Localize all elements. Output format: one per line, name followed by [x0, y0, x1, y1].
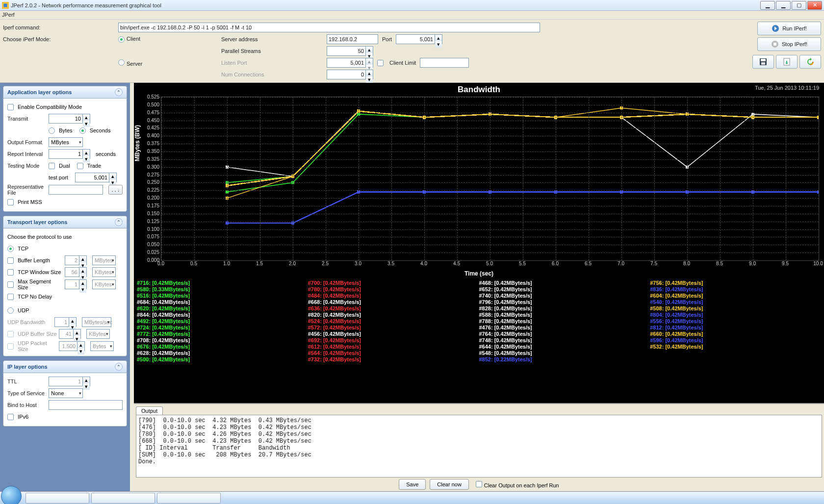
server-address-input[interactable]: 192.168.0.2: [327, 34, 378, 44]
clear-button[interactable]: Clear now: [430, 479, 469, 490]
collapse-transport-icon[interactable]: ⌃: [115, 218, 123, 226]
output-area: Output [790] 0.0-10.0 sec 4.32 MBytes 0.…: [134, 403, 824, 491]
output-tab[interactable]: Output: [136, 406, 163, 415]
listen-port-label: Listen Port: [221, 60, 327, 66]
radio-bytes[interactable]: [49, 127, 55, 134]
buflen-check[interactable]: [7, 257, 14, 264]
top-form: Iperf command: bin/iperf.exe -c 192.168.…: [0, 20, 824, 83]
parallel-label: Parallel Streams: [221, 48, 327, 54]
collapse-ip-icon[interactable]: ⌃: [115, 363, 123, 371]
window-title: JPerf 2.0.2 - Network performance measur…: [11, 2, 759, 8]
y-axis: 0.0000.0250.0500.0750.1000.1250.1500.175…: [139, 97, 159, 261]
ipv6-check[interactable]: [7, 414, 14, 420]
svg-rect-5: [761, 59, 766, 61]
listen-port-input: 5,001: [327, 58, 366, 68]
plot: [161, 97, 819, 261]
parallel-input[interactable]: 50: [327, 46, 366, 56]
tos-select[interactable]: None: [49, 388, 83, 398]
cmd-label: Iperf command:: [3, 25, 118, 30]
maxseg-check[interactable]: [7, 281, 14, 288]
chart-legend: #716: [0.42MBytes/s]#700: [0.42MBytes/s]…: [134, 279, 824, 403]
taskbar[interactable]: [0, 491, 824, 504]
save-button[interactable]: Save: [399, 479, 426, 490]
radio-udp[interactable]: [7, 307, 14, 314]
splitter[interactable]: [130, 83, 134, 491]
refresh-icon: [806, 57, 815, 66]
radio-tcp[interactable]: [7, 246, 14, 252]
port-input[interactable]: 5,001: [396, 34, 435, 44]
svg-rect-3: [773, 43, 776, 46]
print-mss-check[interactable]: [7, 199, 14, 205]
x-axis-label: Time (sec): [464, 270, 493, 277]
panel-ip-layer: IP layer options⌃ TTL1▴▾ Type of Service…: [3, 360, 127, 427]
radio-server[interactable]: [118, 59, 125, 66]
radio-client[interactable]: [118, 36, 125, 43]
numconn-input: 0: [327, 70, 366, 79]
minimize-button[interactable]: ▁: [776, 1, 791, 10]
trade-check[interactable]: [77, 163, 83, 169]
compat-check[interactable]: [7, 104, 14, 110]
close-button[interactable]: ✕: [807, 1, 822, 10]
stop-button: Stop IPerf!: [757, 37, 821, 51]
refresh-icon-button[interactable]: [799, 55, 821, 69]
server-addr-label: Server address: [221, 36, 327, 42]
transmit-input[interactable]: 10: [49, 114, 83, 124]
start-button[interactable]: [1, 486, 22, 504]
port-label: Port: [382, 36, 392, 42]
output-format-select[interactable]: MBytes: [49, 137, 83, 147]
floppy-icon: [759, 57, 768, 66]
chart-title: Bandwidth: [134, 83, 824, 95]
minimize-extra-button[interactable]: ▁: [760, 1, 775, 10]
app-icon: [2, 2, 9, 9]
rep-file-input[interactable]: [49, 185, 103, 195]
test-port-input[interactable]: 5,001: [75, 173, 109, 182]
dual-check[interactable]: [49, 163, 55, 169]
taskbar-item[interactable]: [91, 493, 155, 504]
taskbar-item[interactable]: [157, 493, 221, 504]
page-icon: [782, 57, 791, 66]
menu-jperf[interactable]: JPerf: [0, 11, 824, 20]
mode-label: Choose iPerf Mode:: [3, 36, 118, 42]
x-axis: 0.00.51.01.52.02.53.03.54.04.55.05.56.06…: [161, 261, 819, 269]
sidebar: Application layer options⌃ Enable Compat…: [0, 83, 130, 491]
collapse-app-icon[interactable]: ⌃: [115, 88, 123, 96]
run-icon: [772, 25, 779, 32]
report-interval-input[interactable]: 1: [49, 149, 83, 159]
nodelay-check[interactable]: [7, 294, 14, 300]
cmd-input[interactable]: bin/iperf.exe -c 192.168.0.2 -P 50 -i 1 …: [118, 23, 540, 32]
maximize-button[interactable]: ▢: [792, 1, 806, 10]
client-limit-input: [420, 58, 469, 68]
titlebar[interactable]: JPerf 2.0.2 - Network performance measur…: [0, 0, 824, 11]
parallel-spinner[interactable]: ▴▾: [366, 46, 373, 56]
winsize-check[interactable]: [7, 269, 14, 276]
output-text[interactable]: [790] 0.0-10.0 sec 4.32 MBytes 0.43 MByt…: [136, 415, 822, 478]
client-limit-check: [377, 60, 384, 66]
panel-app-layer: Application layer options⌃ Enable Compat…: [3, 86, 127, 212]
taskbar-item[interactable]: [26, 493, 89, 504]
save-icon-button[interactable]: [752, 55, 774, 69]
chart-timestamp: Tue, 25 Jun 2013 10:11:19: [755, 85, 819, 91]
browse-button[interactable]: . . .: [108, 185, 123, 195]
run-button[interactable]: Run IPerf!: [757, 22, 821, 35]
clear-each-check[interactable]: [476, 481, 482, 487]
panel-transport-layer: Transport layer options⌃ Choose the prot…: [3, 216, 127, 356]
bind-input[interactable]: [49, 400, 123, 410]
port-spinner[interactable]: ▴▾: [435, 34, 442, 44]
chart-area: Tue, 25 Jun 2013 10:11:19 Bandwidth MByt…: [134, 83, 824, 403]
numconn-label: Num Connections: [221, 72, 327, 77]
radio-seconds[interactable]: [79, 127, 86, 134]
ttl-input: 1: [49, 377, 83, 386]
export-icon-button[interactable]: [776, 55, 798, 69]
svg-rect-6: [761, 62, 765, 65]
stop-icon: [771, 40, 779, 48]
